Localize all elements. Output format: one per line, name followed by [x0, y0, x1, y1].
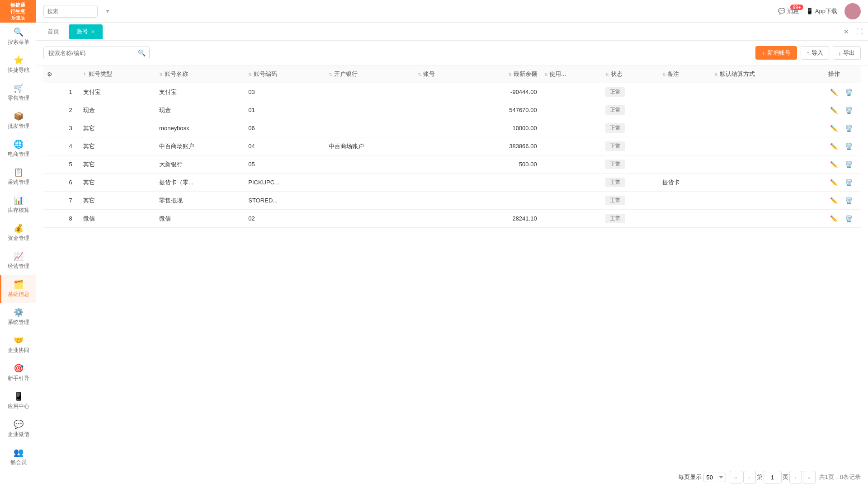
add-account-button[interactable]: + 新增账号 — [755, 46, 797, 60]
edit-button[interactable]: ✏️ — [828, 178, 840, 187]
sidebar-item-retail-mgmt[interactable]: 🛒 零售管理 — [0, 79, 36, 107]
edit-button[interactable]: ✏️ — [828, 214, 840, 223]
col-bank[interactable]: ⇅ 开户银行 — [325, 66, 414, 83]
col-bank-label: 开户银行 — [334, 70, 358, 77]
sidebar-item-member[interactable]: 👥 畅会员 — [0, 443, 36, 471]
delete-button[interactable]: 🗑️ — [843, 178, 854, 187]
col-code[interactable]: ⇅ 账号编码 — [245, 66, 325, 83]
col-usage[interactable]: ⇅ 使用... — [541, 66, 602, 83]
page-size-select[interactable]: 50 100 — [703, 473, 726, 482]
tab-account[interactable]: 账号 ✕ — [69, 24, 103, 39]
delete-button[interactable]: 🗑️ — [843, 214, 854, 223]
edit-button[interactable]: ✏️ — [828, 142, 840, 151]
sidebar-item-app-center[interactable]: 📱 应用中心 — [0, 387, 36, 415]
row-bank — [325, 210, 414, 228]
row-code: 06 — [245, 119, 325, 137]
col-account[interactable]: ⇅ 账号 — [414, 66, 465, 83]
row-name: 微信 — [156, 210, 245, 228]
row-name: 中百商场账户 — [156, 137, 245, 155]
first-page-btn[interactable]: « — [730, 471, 742, 483]
toolbar-right: + 新增账号 ↑ 导入 ↓ 导出 — [755, 46, 861, 60]
sidebar-item-sys-mgmt[interactable]: ⚙️ 系统管理 — [0, 303, 36, 331]
logo-text: 畅捷通行生意乐速版 — [10, 2, 25, 21]
retail-icon: 🛒 — [14, 83, 24, 93]
sidebar-item-inventory[interactable]: 📊 库存核算 — [0, 191, 36, 219]
search-input[interactable] — [44, 47, 134, 59]
tab-close-icon[interactable]: ✕ — [91, 29, 95, 35]
search-menu-icon: 🔍 — [14, 27, 24, 37]
edit-button[interactable]: ✏️ — [828, 124, 840, 133]
status-badge: 正常 — [605, 178, 625, 187]
app-center-icon: 📱 — [14, 391, 24, 401]
edit-button[interactable]: ✏️ — [828, 88, 840, 97]
status-badge: 正常 — [605, 214, 625, 223]
delete-button[interactable]: 🗑️ — [843, 106, 854, 115]
row-checkbox-cell — [43, 137, 61, 155]
col-settings[interactable]: ⚙ — [43, 66, 61, 83]
prev-page-btn[interactable]: ‹ — [743, 471, 756, 483]
col-balance[interactable]: ⇅ 最新余额 — [465, 66, 541, 83]
user-avatar[interactable] — [844, 3, 861, 19]
row-status: 正常 — [602, 192, 659, 210]
sidebar-item-new-guide[interactable]: 🎯 新手引导 — [0, 359, 36, 387]
last-page-btn[interactable]: » — [803, 471, 816, 483]
sidebar-item-capital-mgmt[interactable]: 💰 资金管理 — [0, 219, 36, 247]
sidebar-item-quick-nav[interactable]: ⭐ 快捷导航 — [0, 51, 36, 79]
row-checkbox-cell — [43, 83, 61, 101]
toolbar: 🔍 + 新增账号 ↑ 导入 ↓ 导出 — [36, 41, 868, 66]
sidebar-item-wholesale-mgmt[interactable]: 📦 批发管理 — [0, 107, 36, 135]
delete-button[interactable]: 🗑️ — [843, 196, 854, 205]
edit-button[interactable]: ✏️ — [828, 196, 840, 205]
quick-nav-icon: ⭐ — [14, 55, 24, 65]
col-remark[interactable]: ⇅ 备注 — [659, 66, 711, 83]
import-button[interactable]: ↑ 导入 — [801, 46, 829, 60]
row-status: 正常 — [602, 210, 659, 228]
delete-button[interactable]: 🗑️ — [843, 124, 854, 133]
dropdown-arrow-icon[interactable]: ▼ — [105, 8, 110, 14]
next-page-btn[interactable]: › — [789, 471, 802, 483]
sidebar-item-label: 库存核算 — [8, 206, 29, 214]
row-default-settle — [711, 210, 825, 228]
tab-maximize-btn[interactable]: ⛶ — [854, 26, 864, 37]
col-default-settle[interactable]: ⇅ 默认结算方式 — [711, 66, 825, 83]
row-account — [414, 119, 465, 137]
sidebar-item-corp-wechat[interactable]: 💬 企业微信 — [0, 415, 36, 443]
delete-button[interactable]: 🗑️ — [843, 160, 854, 169]
sidebar-item-corp-agreement[interactable]: 🤝 企业协同 — [0, 331, 36, 359]
sidebar-item-ops-mgmt[interactable]: 📈 经营管理 — [0, 247, 36, 275]
app-download-btn[interactable]: 📱 App下载 — [806, 7, 837, 15]
row-name: 支付宝 — [156, 83, 245, 101]
col-type[interactable]: ↑ 账号类型 — [80, 66, 156, 83]
table-body: 1 支付宝 支付宝 03 -90444.00 正常 ✏️ 🗑️ 2 现金 现金 … — [43, 83, 861, 228]
sidebar-item-label: 电商管理 — [8, 150, 29, 158]
sidebar-item-basic-info[interactable]: 🗂️ 基础信息 — [0, 275, 36, 303]
sidebar-item-ecommerce-mgmt[interactable]: 🌐 电商管理 — [0, 135, 36, 163]
col-status[interactable]: ⇅ 状态 — [602, 66, 659, 83]
row-bank — [325, 155, 414, 174]
row-no: 7 — [61, 192, 80, 210]
row-default-settle — [711, 137, 825, 155]
export-button[interactable]: ↓ 导出 — [833, 46, 861, 60]
table-row: 2 现金 现金 01 547670.00 正常 ✏️ 🗑️ — [43, 101, 861, 119]
row-code: 02 — [245, 210, 325, 228]
delete-button[interactable]: 🗑️ — [843, 88, 854, 97]
top-search-input[interactable] — [43, 5, 98, 18]
sidebar-item-label: 搜索菜单 — [8, 38, 29, 46]
row-remark — [659, 137, 711, 155]
row-balance: 28241.10 — [465, 210, 541, 228]
delete-button[interactable]: 🗑️ — [843, 142, 854, 151]
row-bank — [325, 119, 414, 137]
sidebar-item-purchase-mgmt[interactable]: 📋 采购管理 — [0, 163, 36, 191]
edit-button[interactable]: ✏️ — [828, 160, 840, 169]
sidebar-item-search-menu[interactable]: 🔍 搜索菜单 — [0, 23, 36, 51]
search-button[interactable]: 🔍 — [134, 47, 149, 59]
edit-button[interactable]: ✏️ — [828, 106, 840, 115]
table-row: 7 其它 零售抵现 STORED... 正常 ✏️ 🗑️ — [43, 192, 861, 210]
message-btn[interactable]: 💬 消息 99+ — [778, 7, 799, 15]
tab-home[interactable]: 首页 — [40, 24, 67, 39]
col-name[interactable]: ⇅ 账号名称 — [156, 66, 245, 83]
row-action: ✏️ 🗑️ — [825, 101, 861, 119]
row-code: 01 — [245, 101, 325, 119]
tab-close-current-btn[interactable]: ✕ — [842, 26, 851, 37]
page-number-input[interactable] — [764, 471, 782, 483]
